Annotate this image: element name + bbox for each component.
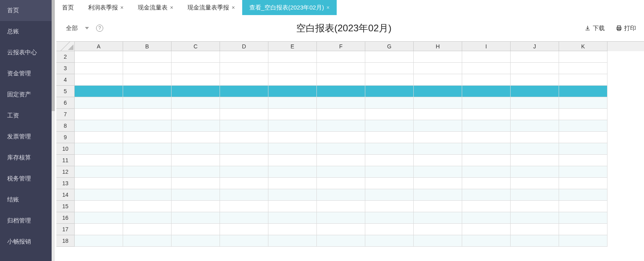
- row-header[interactable]: 4: [56, 74, 75, 86]
- cell[interactable]: [75, 97, 123, 109]
- cell[interactable]: [123, 143, 172, 155]
- cell[interactable]: [559, 155, 607, 166]
- cell[interactable]: [123, 74, 172, 86]
- cell[interactable]: [559, 120, 607, 132]
- cell[interactable]: [511, 143, 559, 155]
- cell[interactable]: [462, 120, 511, 132]
- sidebar-item-cloud-reports[interactable]: 云报表中心: [0, 42, 52, 63]
- cell[interactable]: [511, 235, 559, 247]
- cell[interactable]: [414, 97, 462, 109]
- cell[interactable]: [559, 201, 607, 212]
- tab[interactable]: 现金流量表×: [131, 0, 180, 15]
- cell[interactable]: [414, 224, 462, 235]
- cell[interactable]: [220, 74, 268, 86]
- row-header[interactable]: 9: [56, 132, 75, 143]
- cell[interactable]: [172, 63, 220, 74]
- cell[interactable]: [462, 201, 511, 212]
- sidebar-item-closing[interactable]: 结账: [0, 189, 52, 210]
- cell[interactable]: [75, 143, 123, 155]
- cell[interactable]: [559, 235, 607, 247]
- cell[interactable]: [365, 178, 414, 189]
- cell[interactable]: [462, 155, 511, 166]
- cell[interactable]: [220, 86, 268, 97]
- cell[interactable]: [462, 86, 511, 97]
- close-icon[interactable]: ×: [120, 4, 123, 11]
- cell[interactable]: [559, 97, 607, 109]
- sidebar-item-archive[interactable]: 归档管理: [0, 210, 52, 231]
- cell[interactable]: [268, 178, 317, 189]
- tab[interactable]: 现金流量表季报×: [180, 0, 242, 15]
- cell[interactable]: [220, 63, 268, 74]
- cell[interactable]: [559, 74, 607, 86]
- cell[interactable]: [559, 178, 607, 189]
- cell[interactable]: [365, 109, 414, 120]
- cell[interactable]: [75, 51, 123, 63]
- row-header[interactable]: 6: [56, 97, 75, 109]
- cell[interactable]: [414, 178, 462, 189]
- cell[interactable]: [75, 189, 123, 201]
- cell[interactable]: [511, 109, 559, 120]
- cell[interactable]: [462, 143, 511, 155]
- row-header[interactable]: 11: [56, 155, 75, 166]
- cell[interactable]: [414, 212, 462, 224]
- cell[interactable]: [220, 51, 268, 63]
- cell[interactable]: [220, 235, 268, 247]
- cell[interactable]: [123, 235, 172, 247]
- cell[interactable]: [75, 201, 123, 212]
- cell[interactable]: [220, 212, 268, 224]
- cell[interactable]: [268, 189, 317, 201]
- row-header[interactable]: 15: [56, 201, 75, 212]
- cell[interactable]: [172, 178, 220, 189]
- cell[interactable]: [511, 224, 559, 235]
- cell[interactable]: [559, 86, 607, 97]
- cell[interactable]: [365, 212, 414, 224]
- column-header[interactable]: D: [220, 42, 268, 51]
- cell[interactable]: [317, 189, 365, 201]
- cell[interactable]: [511, 155, 559, 166]
- cell[interactable]: [317, 201, 365, 212]
- tab[interactable]: 首页: [55, 0, 81, 15]
- cell[interactable]: [75, 63, 123, 74]
- cell[interactable]: [559, 109, 607, 120]
- cell[interactable]: [462, 132, 511, 143]
- cell[interactable]: [75, 120, 123, 132]
- filter-dropdown[interactable]: 全部 ?: [66, 25, 103, 32]
- cell[interactable]: [123, 86, 172, 97]
- cell[interactable]: [365, 132, 414, 143]
- cell[interactable]: [220, 143, 268, 155]
- cell[interactable]: [172, 97, 220, 109]
- cell[interactable]: [511, 86, 559, 97]
- cell[interactable]: [220, 109, 268, 120]
- download-button[interactable]: 下载: [584, 25, 605, 32]
- cell[interactable]: [559, 51, 607, 63]
- column-header[interactable]: I: [462, 42, 511, 51]
- cell[interactable]: [172, 235, 220, 247]
- cell[interactable]: [268, 166, 317, 178]
- cell[interactable]: [123, 51, 172, 63]
- cell[interactable]: [462, 212, 511, 224]
- row-header[interactable]: 2: [56, 51, 75, 63]
- cell[interactable]: [317, 224, 365, 235]
- cell[interactable]: [268, 97, 317, 109]
- cell[interactable]: [462, 63, 511, 74]
- column-header[interactable]: C: [172, 42, 220, 51]
- cell[interactable]: [559, 166, 607, 178]
- tab[interactable]: 利润表季报×: [81, 0, 131, 15]
- cell[interactable]: [317, 178, 365, 189]
- row-header[interactable]: 14: [56, 189, 75, 201]
- cell[interactable]: [511, 51, 559, 63]
- cell[interactable]: [268, 109, 317, 120]
- cell[interactable]: [123, 109, 172, 120]
- column-header[interactable]: A: [75, 42, 123, 51]
- row-header[interactable]: 18: [56, 235, 75, 247]
- cell[interactable]: [172, 143, 220, 155]
- cell[interactable]: [511, 74, 559, 86]
- sidebar-item-invoice[interactable]: 发票管理: [0, 126, 52, 147]
- cell[interactable]: [317, 132, 365, 143]
- cell[interactable]: [317, 235, 365, 247]
- cell[interactable]: [123, 97, 172, 109]
- cell[interactable]: [268, 74, 317, 86]
- cell[interactable]: [220, 224, 268, 235]
- cell[interactable]: [268, 51, 317, 63]
- cell[interactable]: [414, 155, 462, 166]
